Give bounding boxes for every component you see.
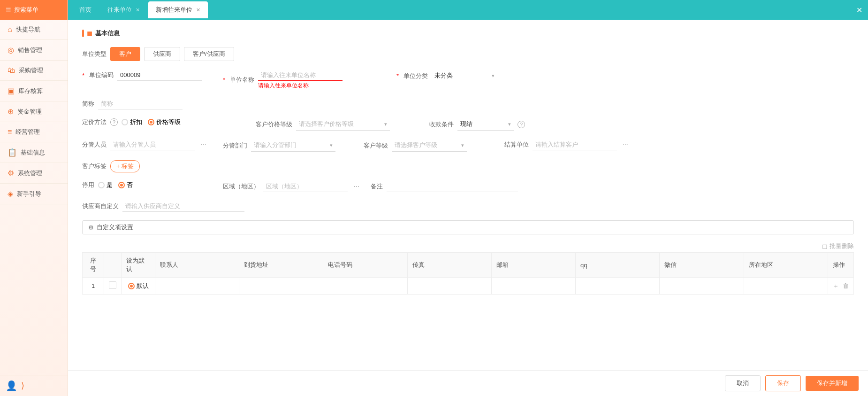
settlement-more-icon[interactable]: ··· [621,140,631,150]
unit-type-label: 单位类型 [82,50,107,58]
sidebar-item-basic[interactable]: 📋 基础信息 [0,142,68,163]
row-contact-name[interactable] [155,278,239,295]
row-region[interactable] [744,278,828,295]
manager-input[interactable] [110,139,195,150]
yes-radio-circle [98,182,105,188]
row-phone[interactable] [323,278,407,295]
customer-level-group: 客户等级 请选择客户等级 ▾ [364,139,495,152]
disable-row: 停用 是 否 区域（地区） ··· 备注 [82,181,854,192]
tab-counterparty-close[interactable]: ✕ [136,7,140,13]
pricing-row: 定价方法 ? 折扣 价格等级 客户价格等级 请选择客户价格等级 [82,118,854,131]
tab-home[interactable]: 首页 [72,1,99,18]
add-tag-button[interactable]: + 标签 [110,160,140,172]
row-checkbox-control[interactable] [109,281,116,289]
fax-input[interactable] [412,282,487,289]
type-btn-customer[interactable]: 客户 [110,47,140,61]
unit-category-value: 未分类 [434,71,453,80]
row-address[interactable] [239,278,323,295]
no-radio-circle [118,182,125,188]
pricing-discount-radio[interactable]: 折扣 [122,118,142,126]
customer-level-select[interactable]: 请选择客户等级 ▾ [392,139,467,152]
sidebar-item-guide[interactable]: ◈ 新手引导 [0,184,68,204]
customer-price-group: 客户价格等级 请选择客户价格等级 ▾ [256,118,420,131]
supplier-custom-input[interactable] [122,201,244,212]
department-placeholder: 请输入分管部门 [254,141,297,149]
col-email: 邮箱 [491,253,575,278]
wechat-input[interactable] [664,282,739,289]
tab-new-close[interactable]: ✕ [196,7,200,13]
sidebar-item-sales[interactable]: ◎ 销售管理 [0,40,68,61]
qq-input[interactable] [580,282,655,289]
supplier-custom-group: 供应商自定义 [82,201,246,212]
required-star3: * [396,72,399,79]
customer-price-select[interactable]: 请选择客户价格等级 ▾ [296,118,390,131]
payment-help-icon[interactable]: ? [518,121,525,128]
save-new-button[interactable]: 保存并新增 [806,376,859,391]
region-row-input[interactable] [749,282,823,289]
manager-group: 分管人员 ··· [82,139,213,150]
expand-icon: ⟩ [21,380,24,391]
sidebar-item-system[interactable]: ⚙ 系统管理 [0,163,68,184]
row-qq[interactable] [576,278,660,295]
region-more-icon[interactable]: ··· [351,181,361,192]
type-btn-both[interactable]: 客户/供应商 [184,47,234,61]
settlement-label: 结算单位 [504,140,529,149]
unit-type-row: 单位类型 客户 供应商 客户/供应商 [82,47,854,61]
disable-label: 停用 [82,181,94,189]
disable-no-radio[interactable]: 否 [118,181,133,189]
dept-chevron: ▾ [330,142,333,148]
address-input[interactable] [244,282,318,289]
row-checkbox[interactable] [104,278,122,295]
contact-input[interactable] [160,282,234,289]
sidebar-item-operations[interactable]: ≡ 经营管理 [0,122,68,142]
row-email[interactable] [491,278,575,295]
window-close-icon[interactable]: ✕ [856,6,862,15]
sidebar-item-inventory[interactable]: ▣ 库存核算 [0,81,68,101]
row-add-icon[interactable]: ＋ [833,282,839,290]
type-btn-supplier[interactable]: 供应商 [144,47,180,61]
pricing-help-icon[interactable]: ? [110,118,118,126]
code-name-row: * 单位编码 * 单位名称 请输入往来单位名称 * 单位分类 未分类 ▾ [82,70,854,90]
row-default-radio[interactable]: 默认 [126,282,150,290]
row-delete-icon[interactable]: 🗑 [843,282,849,289]
col-contact: 联系人 [155,253,239,278]
department-select[interactable]: 请输入分管部门 ▾ [251,139,335,152]
level-radio-circle [148,119,154,125]
contacts-table: 序号 设为默认 联系人 到货地址 电话号码 传真 邮箱 qq 微信 所在地区 操… [82,252,854,295]
region-input[interactable] [263,181,348,192]
sidebar-item-finance[interactable]: ⊕ 资金管理 [0,101,68,122]
batch-delete-label[interactable]: 批量删除 [830,242,854,250]
manager-more-icon[interactable]: ··· [198,140,208,150]
tab-new-counterparty[interactable]: 新增往来单位 ✕ [148,1,208,18]
unit-category-select[interactable]: 未分类 ▾ [432,70,497,82]
customer-level-label: 客户等级 [364,141,388,150]
sidebar-search[interactable]: ☰ 搜索菜单 [0,0,68,20]
tab-counterparty[interactable]: 往来单位 ✕ [100,1,147,18]
email-input[interactable] [496,282,571,289]
row-fax[interactable] [407,278,491,295]
payment-terms-select[interactable]: 现结 ▾ [457,118,514,131]
sidebar-item-nav[interactable]: ⌂ 快捷导航 [0,20,68,40]
col-fax: 传真 [407,253,491,278]
tag-group: 客户标签 + 标签 [82,160,213,172]
cancel-button[interactable]: 取消 [725,375,761,391]
custom-settings-button[interactable]: ⚙ 自定义项设置 [82,220,854,234]
save-button[interactable]: 保存 [765,375,801,391]
table-row: 1 默认 [83,278,854,295]
tag-row: 客户标签 + 标签 [82,160,854,172]
sidebar-item-purchase[interactable]: 🛍 采购管理 [0,61,68,81]
sidebar-item-label: 基础信息 [21,148,45,157]
col-phone: 电话号码 [323,253,407,278]
level-label: 价格等级 [156,118,181,126]
phone-input[interactable] [328,282,402,289]
settlement-input[interactable] [533,139,617,150]
unit-code-input[interactable] [117,70,202,81]
remarks-input[interactable] [387,181,518,192]
unit-name-group: * 单位名称 请输入往来单位名称 [223,70,387,90]
unit-name-input[interactable] [258,70,343,81]
row-wechat[interactable] [660,278,744,295]
disable-yes-radio[interactable]: 是 [98,181,113,189]
customer-price-placeholder: 请选择客户价格等级 [299,120,354,128]
shortname-input[interactable] [98,98,183,109]
pricing-level-radio[interactable]: 价格等级 [148,118,181,126]
